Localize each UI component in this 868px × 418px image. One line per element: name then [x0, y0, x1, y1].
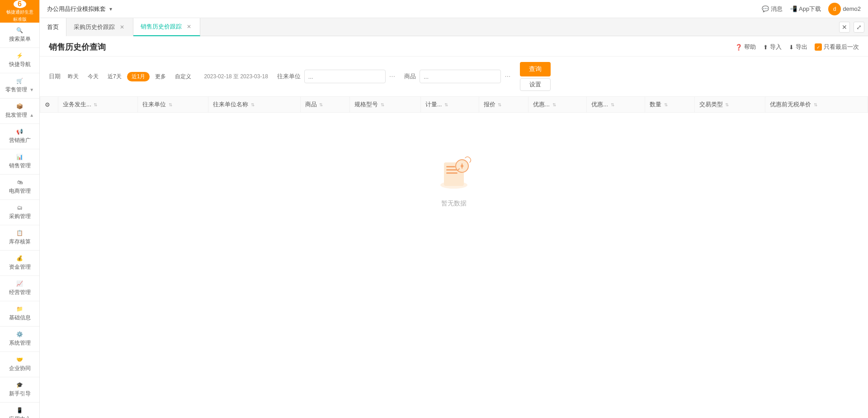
topbar: 办公用品行业模拟账套 ▾ 💬 消息 📲 App下载 d demo2: [40, 0, 868, 18]
col-header-product[interactable]: 商品 ⇅: [300, 97, 349, 113]
sidebar-logo[interactable]: 6 畅捷通好生意 标准版: [0, 0, 40, 23]
tab-purchase-history[interactable]: 采购历史价跟踪 ✕: [66, 18, 133, 36]
col-header-quantity-label: 数量: [650, 101, 661, 108]
col-header-trade-type[interactable]: 交易类型 ⇅: [694, 97, 765, 113]
sidebar-item-operations[interactable]: 📈 经营管理: [0, 276, 40, 301]
partner-filter-input[interactable]: [304, 70, 386, 83]
tab-purchase-history-close[interactable]: ✕: [118, 24, 126, 31]
tab-purchase-history-label: 采购历史价跟踪: [74, 23, 115, 31]
svg-point-8: [461, 165, 463, 167]
sidebar-item-label-basic-info: 基础信息: [9, 314, 31, 322]
col-sort-discount1[interactable]: ⇅: [552, 102, 556, 107]
topbar-dropdown-btn[interactable]: ▾: [109, 6, 112, 12]
sidebar-item-apps[interactable]: 📱 应用中心: [0, 403, 40, 418]
import-btn[interactable]: ⬆ 导入: [763, 43, 782, 51]
username-label: demo2: [843, 5, 861, 12]
sidebar-item-finance[interactable]: 💰 资金管理: [0, 251, 40, 276]
product-filter-label: 商品: [404, 72, 416, 81]
message-btn[interactable]: 💬 消息: [762, 5, 783, 13]
sidebar-item-label-ecommerce: 电商管理: [9, 187, 31, 195]
sidebar-item-label-sales-mgmt: 销售管理: [9, 162, 31, 170]
sidebar-item-tutorial[interactable]: 🎓 新手引导: [0, 377, 40, 403]
sidebar-item-label-tutorial: 新手引导: [9, 390, 31, 398]
col-header-discount1[interactable]: 优惠... ⇅: [528, 97, 587, 113]
sidebar-item-purchase[interactable]: 🗂 采购管理: [0, 200, 40, 225]
col-header-discount2[interactable]: 优惠... ⇅: [587, 97, 645, 113]
sidebar-item-system[interactable]: ⚙️ 系统管理: [0, 327, 40, 352]
tab-expand-btn[interactable]: ⤢: [854, 22, 864, 33]
sidebar-item-enterprise[interactable]: 🤝 企业协同: [0, 352, 40, 377]
col-sort-spec[interactable]: ⇅: [381, 102, 384, 107]
settings-button[interactable]: 设置: [520, 78, 551, 91]
product-filter-dots[interactable]: ···: [505, 72, 510, 81]
date-btn-custom[interactable]: 自定义: [171, 72, 195, 81]
partner-filter-dots[interactable]: ···: [389, 72, 395, 81]
tab-sales-history-close[interactable]: ✕: [185, 23, 193, 30]
col-header-spec[interactable]: 规格型号 ⇅: [350, 97, 420, 113]
sidebar-item-search[interactable]: 🔍 搜索菜单: [0, 23, 40, 48]
only-last-checkbox-label[interactable]: ✓ 只看最后一次: [815, 43, 859, 51]
tab-sales-history[interactable]: 销售历史价跟踪 ✕: [133, 18, 200, 36]
sidebar-item-retail[interactable]: 🛒 零售管理 ▼: [0, 73, 40, 99]
sidebar-item-basic-info[interactable]: 📁 基础信息: [0, 301, 40, 327]
help-icon: ❓: [735, 44, 742, 51]
tab-home[interactable]: 首页: [40, 18, 66, 36]
date-btn-1month[interactable]: 近1月: [127, 72, 150, 81]
app-download-btn[interactable]: 📲 App下载: [790, 5, 821, 13]
topbar-right: 💬 消息 📲 App下载 d demo2: [762, 3, 861, 15]
col-header-partner-code[interactable]: 往来单位 ⇅: [137, 97, 208, 113]
sidebar-item-ecommerce[interactable]: 🛍 电商管理: [0, 175, 40, 200]
only-last-label: 只看最后一次: [824, 43, 859, 51]
date-btn-yesterday[interactable]: 昨天: [64, 72, 82, 81]
col-sort-quoted-price[interactable]: ⇅: [498, 102, 501, 107]
col-sort-trade-type[interactable]: ⇅: [725, 102, 729, 107]
date-range-group: 2023-02-18 至 2023-03-18: [204, 73, 268, 81]
filter-bar: 日期 昨天 今天 近7天 近1月 更多 自定义 2023-02-18 至 202…: [40, 57, 868, 96]
col-header-partner-name[interactable]: 往来单位名称 ⇅: [208, 97, 300, 113]
col-sort-biz-date[interactable]: ⇅: [94, 102, 97, 107]
col-sort-discount2[interactable]: ⇅: [611, 102, 614, 107]
col-sort-partner-name[interactable]: ⇅: [251, 102, 255, 107]
col-header-trade-type-label: 交易类型: [699, 101, 723, 108]
col-header-partner-name-label: 往来单位名称: [213, 101, 248, 108]
app-download-icon: 📲: [790, 5, 797, 12]
date-btn-7days[interactable]: 近7天: [104, 72, 125, 81]
product-filter-input[interactable]: [420, 70, 501, 83]
col-header-unit[interactable]: 计量... ⇅: [420, 97, 479, 113]
help-btn[interactable]: ❓ 帮助: [735, 43, 756, 51]
export-btn[interactable]: ⬇ 导出: [789, 43, 807, 51]
sidebar-item-label-retail: 零售管理 ▼: [5, 86, 34, 94]
sales-mgmt-icon: 📊: [16, 154, 23, 160]
page-header: 销售历史价查询 ❓ 帮助 ⬆ 导入 ⬇ 导出 ✓: [40, 36, 868, 57]
col-sort-partner-code[interactable]: ⇅: [169, 102, 172, 107]
only-last-checkbox[interactable]: ✓: [815, 43, 822, 51]
col-header-product-label: 商品: [305, 101, 317, 108]
sidebar-item-inventory[interactable]: 📋 库存核算: [0, 225, 40, 251]
col-header-quantity[interactable]: 数量 ⇅: [645, 97, 694, 113]
tab-close-all-btn[interactable]: ✕: [839, 22, 850, 33]
col-header-quoted-price[interactable]: 报价 ⇅: [479, 97, 528, 113]
date-filter-buttons: 昨天 今天 近7天 近1月 更多 自定义: [64, 72, 195, 81]
sidebar-item-shortcuts[interactable]: ⚡ 快捷导航: [0, 48, 40, 73]
sidebar-item-wholesale[interactable]: 📦 批发管理 ▲: [0, 99, 40, 124]
marketing-icon: 📢: [16, 128, 23, 135]
query-button[interactable]: 查询: [520, 62, 551, 76]
col-sort-pretax-price[interactable]: ⇅: [814, 102, 817, 107]
col-header-spec-label: 规格型号: [354, 101, 378, 108]
col-header-pretax-price[interactable]: 优惠前无税单价 ⇅: [765, 97, 868, 113]
tabbar-actions: ✕ ⤢: [839, 22, 864, 33]
date-filter-group: 日期 昨天 今天 近7天 近1月 更多 自定义: [49, 72, 195, 81]
inventory-icon: 📋: [16, 230, 23, 236]
date-btn-today[interactable]: 今天: [84, 72, 102, 81]
sidebar-item-marketing[interactable]: 📢 营销推广: [0, 124, 40, 149]
col-sort-quantity[interactable]: ⇅: [664, 102, 668, 107]
col-sort-unit[interactable]: ⇅: [444, 102, 448, 107]
col-sort-product[interactable]: ⇅: [319, 102, 323, 107]
basic-info-icon: 📁: [16, 306, 23, 312]
date-btn-more[interactable]: 更多: [151, 72, 170, 81]
col-header-settings[interactable]: ⚙: [40, 97, 58, 113]
sidebar-item-sales-mgmt[interactable]: 📊 销售管理: [0, 149, 40, 175]
retail-icon: 🛒: [16, 78, 23, 84]
col-header-biz-date[interactable]: 业务发生... ⇅: [58, 97, 138, 113]
user-info[interactable]: d demo2: [828, 3, 861, 15]
